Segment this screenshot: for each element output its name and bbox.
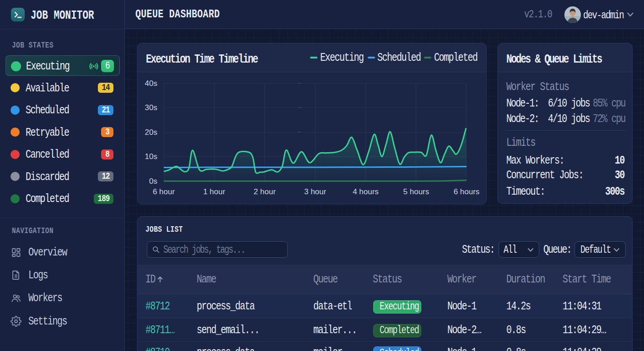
svg-text:6 hour: 6 hour [153, 187, 175, 196]
svg-text:10s: 10s [145, 152, 157, 161]
svg-text:4 hours: 4 hours [353, 187, 379, 196]
svg-text:0s: 0s [149, 177, 157, 186]
svg-text:40s: 40s [145, 79, 157, 88]
svg-text:2 hour: 2 hour [254, 187, 276, 196]
svg-text:1 hour: 1 hour [203, 187, 225, 196]
svg-text:6 hours: 6 hours [454, 187, 480, 196]
svg-text:5 hours: 5 hours [403, 187, 429, 196]
svg-text:20s: 20s [145, 128, 157, 137]
svg-text:30s: 30s [145, 103, 157, 112]
svg-text:3 hour: 3 hour [304, 187, 327, 196]
